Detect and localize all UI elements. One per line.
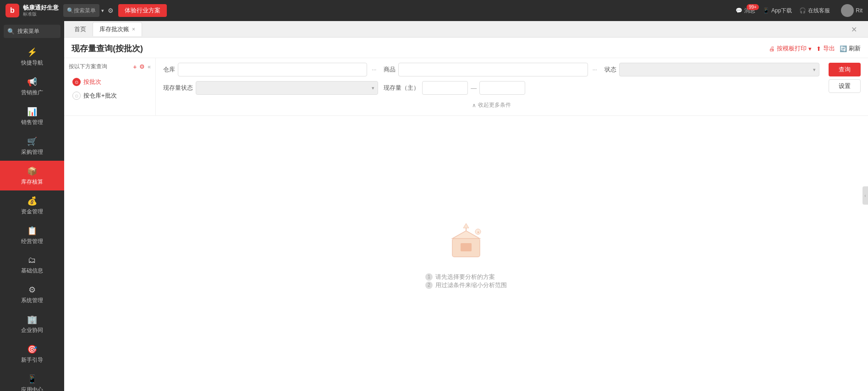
sidebar-item-sales[interactable]: 📊 销售管理	[0, 101, 64, 131]
scheme-inactive-icon: ⊙	[72, 92, 81, 100]
print-button[interactable]: 🖨 按模板打印 ▾	[769, 44, 812, 53]
page-header: 现存量查询(按批次) 🖨 按模板打印 ▾ ⬆ 导出 🔄 刷新	[64, 38, 868, 58]
online-service-button[interactable]: 🎧 在线客服	[799, 7, 830, 15]
experience-button[interactable]: 体验行业方案	[118, 4, 167, 17]
basics-icon: 🗂	[28, 255, 36, 265]
tab-bar: 首页 库存批次账 × ✕	[64, 21, 868, 38]
app-logo: b	[5, 4, 19, 17]
sidebar-item-marketing[interactable]: 📢 营销推广	[0, 71, 64, 101]
tab-close-button[interactable]: ×	[132, 27, 135, 32]
status-select[interactable]	[619, 63, 819, 76]
right-panel-toggle[interactable]: ‹	[863, 186, 868, 205]
topbar-dropdown-icon[interactable]: ▾	[101, 8, 104, 14]
message-badge: 99+	[747, 4, 759, 10]
stock-qty-to-input[interactable]	[479, 81, 525, 95]
marketing-icon: 📢	[27, 77, 37, 87]
empty-state: ★ 1 请先选择要分析的方案 2 用过滤条件来缩小分析范围	[64, 116, 868, 391]
topbar-right: 💬 消息 99+ 📱 App下载 🎧 在线客服 Rit	[736, 4, 863, 17]
topbar-search-area[interactable]: 🔍 搜索菜单	[63, 4, 99, 17]
sidebar-item-operation[interactable]: 📋 经营管理	[0, 220, 64, 250]
page-content: 现存量查询(按批次) 🖨 按模板打印 ▾ ⬆ 导出 🔄 刷新	[64, 38, 868, 391]
page-header-actions: 🖨 按模板打印 ▾ ⬆ 导出 🔄 刷新	[769, 44, 861, 53]
scheme-header: 按以下方案查询 + ⚙ «	[69, 63, 151, 71]
scheme-item-0[interactable]: ⊙ 按批次	[69, 75, 151, 89]
print-dropdown-icon[interactable]: ▾	[808, 45, 812, 52]
filter-right: 仓库 ··· 商品 ··· 状态	[156, 58, 827, 115]
filter-panel: 按以下方案查询 + ⚙ « ⊙ 按批次 ⊙ 按仓库+批次	[64, 58, 868, 116]
message-icon: 💬	[736, 7, 742, 14]
user-menu[interactable]: Rit	[837, 4, 863, 17]
page-close-button[interactable]: ✕	[851, 25, 857, 33]
stock-qty-label: 现存量（主）	[384, 84, 419, 92]
query-button[interactable]: 查询	[829, 63, 861, 76]
search-icon: 🔍	[67, 7, 74, 14]
app-download-button[interactable]: 📱 App下载	[763, 7, 792, 15]
sidebar-item-enterprise[interactable]: 🏢 企业协同	[0, 309, 64, 339]
topbar: b 畅康通好生意 标准版 🔍 搜索菜单 ▾ ⚙ 体验行业方案 💬 消息 99+ …	[0, 0, 868, 21]
phone-icon: 📱	[763, 7, 769, 14]
sidebar-item-inventory[interactable]: 📦 库存核算	[0, 161, 64, 190]
settings-button[interactable]: 设置	[829, 79, 861, 93]
scheme-collapse-button[interactable]: «	[148, 64, 151, 70]
scheme-settings-button[interactable]: ⚙	[139, 63, 145, 70]
sidebar-item-purchase[interactable]: 🛒 采购管理	[0, 131, 64, 161]
service-icon: 🎧	[799, 7, 806, 14]
filter-row-2: 现存量状态 ▾ 现存量（主） —	[163, 81, 819, 95]
stock-qty-from-input[interactable]	[422, 81, 468, 95]
product-more-button[interactable]: ···	[591, 66, 599, 73]
sidebar-search-icon: 🔍	[7, 28, 15, 35]
apps-icon: 📱	[27, 374, 37, 384]
scheme-add-button[interactable]: +	[133, 63, 137, 71]
product-input[interactable]	[398, 63, 588, 76]
quicknav-icon: ⚡	[27, 47, 37, 57]
export-icon: ⬆	[816, 45, 821, 52]
collapse-icon: ∧	[472, 102, 476, 109]
message-button[interactable]: 💬 消息 99+	[736, 7, 755, 15]
empty-tips: 1 请先选择要分析的方案 2 用过滤条件来缩小分析范围	[425, 273, 507, 289]
sidebar-item-guide[interactable]: 🎯 新手引导	[0, 339, 64, 369]
tab-inventory-batch[interactable]: 库存批次账 ×	[93, 22, 142, 36]
system-icon: ⚙	[28, 285, 36, 295]
sidebar-item-apps[interactable]: 📱 应用中心	[0, 369, 64, 391]
stock-status-select[interactable]	[196, 81, 378, 95]
main-layout: 🔍 搜索菜单 ⚡ 快捷导航 📢 营销推广 📊 销售管理 🛒 采购管理 📦 库存核…	[0, 21, 868, 391]
sidebar-item-basics[interactable]: 🗂 基础信息	[0, 250, 64, 279]
warehouse-more-button[interactable]: ···	[370, 66, 378, 73]
app-brand: 畅康通好生意 标准版	[23, 4, 59, 17]
filter-action-buttons: 查询 设置	[827, 58, 868, 115]
topbar-gear-icon[interactable]: ⚙	[108, 7, 114, 14]
operation-icon: 📋	[27, 226, 37, 236]
purchase-icon: 🛒	[27, 136, 37, 147]
scheme-item-1[interactable]: ⊙ 按仓库+批次	[69, 89, 151, 103]
refresh-icon: 🔄	[840, 45, 847, 52]
sidebar-item-system[interactable]: ⚙ 系统管理	[0, 279, 64, 309]
filter-collapse-button[interactable]: ∧ 收起更多条件	[163, 99, 819, 111]
svg-marker-4	[463, 223, 469, 228]
sidebar-search[interactable]: 🔍 搜索菜单	[4, 25, 60, 38]
stock-qty-dash: —	[471, 85, 477, 92]
filter-product-group: 商品 ···	[384, 63, 599, 76]
sidebar-item-finance[interactable]: 💰 资金管理	[0, 190, 64, 220]
stock-status-select-wrapper: ▾	[196, 81, 378, 95]
scheme-actions: + ⚙ «	[133, 63, 151, 71]
sidebar-item-quicknav[interactable]: ⚡ 快捷导航	[0, 42, 64, 71]
filter-row-1: 仓库 ··· 商品 ··· 状态	[163, 63, 819, 76]
export-button[interactable]: ⬆ 导出	[816, 44, 835, 53]
filter-stock-qty-group: 现存量（主） —	[384, 81, 599, 95]
svg-text:★: ★	[477, 230, 480, 234]
page-title: 现存量查询(按批次)	[71, 43, 143, 54]
avatar	[841, 4, 854, 17]
warehouse-label: 仓库	[163, 65, 175, 74]
refresh-button[interactable]: 🔄 刷新	[840, 44, 861, 53]
warehouse-input[interactable]	[178, 63, 367, 76]
enterprise-icon: 🏢	[27, 315, 37, 325]
inventory-icon: 📦	[27, 166, 37, 176]
stock-status-label: 现存量状态	[163, 84, 193, 92]
content-area: 首页 库存批次账 × ✕ 现存量查询(按批次) 🖨 按模板打印 ▾	[64, 21, 868, 391]
status-select-wrapper: ▾	[619, 63, 819, 76]
scheme-active-icon: ⊙	[72, 78, 81, 86]
filter-warehouse-group: 仓库 ···	[163, 63, 378, 76]
empty-illustration: ★	[443, 218, 489, 264]
sales-icon: 📊	[27, 107, 37, 117]
tab-home[interactable]: 首页	[68, 22, 93, 36]
